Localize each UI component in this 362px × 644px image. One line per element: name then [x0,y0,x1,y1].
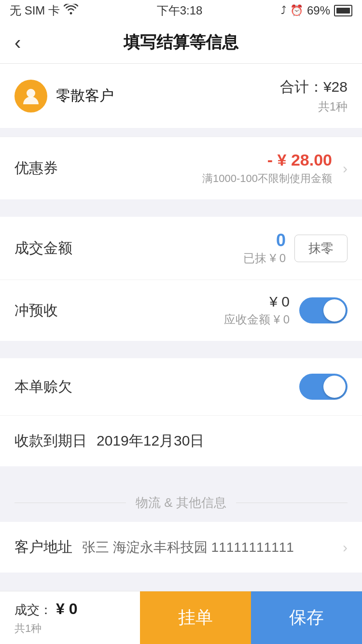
due-date-label: 收款到期日 [14,431,87,451]
customer-total: 合计：¥28 [280,77,348,97]
debt-toggle-knob [323,376,346,398]
coupon-right: - ¥ 28.00 满1000-100不限制使用金额 › [72,151,348,186]
coupon-desc: 满1000-100不限制使用金额 [202,171,332,186]
coupon-row[interactable]: 优惠券 - ¥ 28.00 满1000-100不限制使用金额 › [0,137,362,199]
svg-point-0 [27,89,35,98]
prereceive-sub: 应收金额 ¥ 0 [224,312,290,327]
coupon-amount: - ¥ 28.00 [202,151,332,169]
logistics-divider: 物流 & 其他信息 [0,484,362,522]
save-button[interactable]: 保存 [251,591,362,644]
section-divider-2 [0,350,362,358]
due-date-row: 收款到期日 2019年12月30日 [0,415,362,466]
divider-line-left [14,503,126,503]
prereceive-right: ¥ 0 应收金额 ¥ 0 [224,294,348,327]
debt-toggle[interactable] [299,374,348,400]
no-sim-label: 无 SIM 卡 [10,3,60,18]
due-date-value: 2019年12月30日 [97,431,204,451]
address-chevron-icon: › [343,539,348,556]
logistics-label: 物流 & 其他信息 [136,494,226,511]
prereceive-main: ¥ 0 [224,294,290,310]
round-zero-button[interactable]: 抹零 [294,235,348,262]
page-title: 填写结算等信息 [124,31,238,54]
transaction-row: 成交金额 0 已抹 ¥ 0 抹零 [0,217,362,280]
transaction-label: 成交金额 [14,238,72,258]
customer-name: 零散客户 [56,86,114,106]
section-divider-3 [0,475,362,484]
address-section[interactable]: 客户地址 张三 海淀永丰科技园 11111111111 › [0,522,362,573]
wifi-icon [64,4,78,17]
amount-right: 0 已抹 ¥ 0 抹零 [243,230,348,266]
address-row[interactable]: 客户地址 张三 海淀永丰科技园 11111111111 › [0,522,362,573]
address-label: 客户地址 [14,537,72,557]
hang-button[interactable]: 挂单 [140,591,251,644]
coupon-section[interactable]: 优惠券 - ¥ 28.00 满1000-100不限制使用金额 › [0,137,362,199]
nav-bar: ‹ 填写结算等信息 [0,21,362,64]
customer-section: 零散客户 合计：¥28 共1种 [0,64,362,128]
deducted-label: 已抹 ¥ 0 [243,251,286,266]
customer-row: 零散客户 合计：¥28 共1种 [0,64,362,128]
prereceive-amounts: ¥ 0 应收金额 ¥ 0 [224,294,290,327]
coupon-label: 优惠券 [14,158,72,178]
debt-row: 本单赊欠 [0,358,362,415]
customer-total-wrap: 合计：¥28 共1种 [280,77,348,114]
alarm-icon: ⏰ [290,4,303,17]
prereceive-row: 冲预收 ¥ 0 应收金额 ¥ 0 [0,280,362,341]
bottom-count: 共1种 [14,621,125,636]
prereceive-toggle[interactable] [299,297,348,323]
transaction-section: 成交金额 0 已抹 ¥ 0 抹零 冲预收 ¥ 0 应收金额 ¥ 0 [0,217,362,341]
divider-line-right [236,503,348,503]
content: 零散客户 合计：¥28 共1种 优惠券 - ¥ 28.00 满1000-100不… [0,64,362,644]
debt-label: 本单赊欠 [14,377,72,397]
transaction-value[interactable]: 0 [243,230,286,251]
bottom-deal: 成交： ¥ 0 [14,600,125,618]
battery-label: 69% [307,4,330,17]
debt-section: 本单赊欠 收款到期日 2019年12月30日 [0,358,362,466]
deal-label: 成交： [14,602,52,618]
toggle-knob [323,299,346,322]
customer-count: 共1种 [280,99,348,114]
status-right: ⤴ ⏰ 69% [281,4,352,17]
customer-left: 零散客户 [14,80,114,112]
bottom-summary: 成交： ¥ 0 共1种 [0,600,140,636]
section-divider-1 [0,208,362,217]
status-time: 下午3:18 [157,3,203,18]
status-bar: 无 SIM 卡 下午3:18 ⤴ ⏰ 69% [0,0,362,21]
deal-amount: ¥ 0 [56,600,77,618]
location-icon: ⤴ [281,4,286,17]
bottom-bar: 成交： ¥ 0 共1种 挂单 保存 [0,591,362,644]
address-value: 张三 海淀永丰科技园 11111111111 [72,538,338,557]
chevron-right-icon: › [343,160,348,177]
avatar [14,80,47,112]
battery-icon [334,5,352,16]
back-button[interactable]: ‹ [14,28,26,57]
prereceive-label: 冲预收 [14,301,72,321]
status-left: 无 SIM 卡 [10,3,78,18]
coupon-value: - ¥ 28.00 满1000-100不限制使用金额 [202,151,332,186]
